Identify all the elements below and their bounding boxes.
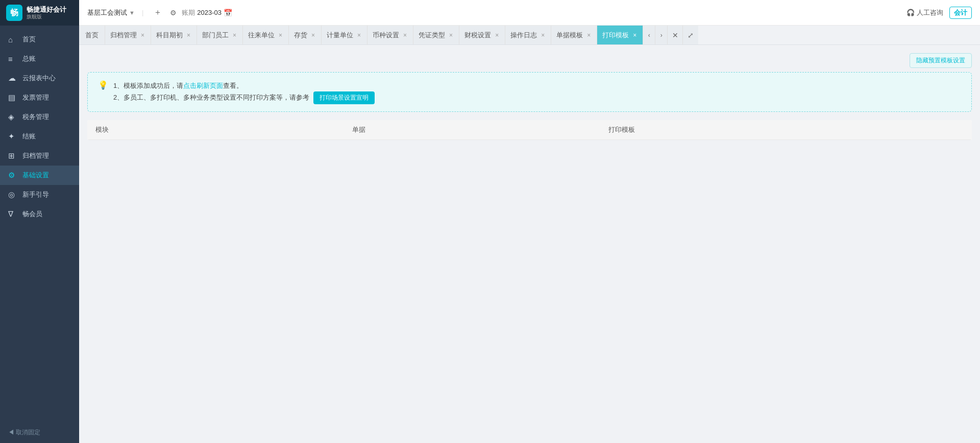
table-header-row: 模块 单据 打印模板 (87, 120, 972, 140)
topbar-separator: | (142, 9, 143, 16)
main-area: 基层工会测试 ▼ | ＋ ⚙ 账期 2023-03 📅 🎧 人工咨询 会计 首页… (79, 0, 980, 443)
sidebar-item-reports[interactable]: ☁ 云报表中心 (0, 68, 79, 88)
period-label: 账期 (182, 8, 195, 17)
print-scene-button[interactable]: 打印场景设置宣明 (313, 91, 375, 104)
tab-tax-settings[interactable]: 财税设置 × (459, 26, 505, 45)
add-tab-button[interactable]: ＋ (151, 6, 165, 19)
topbar: 基层工会测试 ▼ | ＋ ⚙ 账期 2023-03 📅 🎧 人工咨询 会计 (79, 0, 980, 26)
tab-subject-close[interactable]: × (186, 31, 191, 39)
info-box-content: 💡 1、模板添加成功后，请点击刷新页面查看。 2、多员工、多打印机、多种业务类型… (98, 80, 961, 104)
guide-icon: ◎ (8, 190, 18, 199)
tab-department[interactable]: 部门员工 × (197, 26, 243, 45)
tab-currency[interactable]: 币种设置 × (368, 26, 413, 45)
tax-icon: ◈ (8, 112, 18, 122)
tab-archive-close[interactable]: × (140, 31, 145, 39)
home-icon: ⌂ (8, 35, 18, 44)
tab-print-template-label: 打印模板 (602, 31, 629, 40)
col-document: 单据 (344, 120, 601, 140)
period-value: 2023-03 (197, 9, 222, 16)
ledger-icon: ≡ (8, 55, 18, 63)
sidebar-item-invoice[interactable]: ▤ 发票管理 (0, 88, 79, 107)
member-icon: ∇ (8, 209, 18, 219)
tab-operation-log[interactable]: 操作日志 × (505, 26, 551, 45)
tab-unit[interactable]: 计量单位 × (322, 26, 368, 45)
sidebar-item-ledger[interactable]: ≡ 总账 (0, 49, 79, 68)
tab-subject[interactable]: 科目期初 × (151, 26, 197, 45)
sidebar-label-settlement: 结账 (22, 132, 36, 141)
tab-voucher-type[interactable]: 凭证类型 × (413, 26, 459, 45)
sidebar-label-tax: 税务管理 (22, 112, 49, 122)
sidebar-label-ledger: 总账 (22, 54, 36, 63)
sidebar-label-member: 畅会员 (22, 209, 42, 219)
table-header: 模块 单据 打印模板 (87, 120, 972, 140)
tab-home[interactable]: 首页 (79, 26, 105, 45)
tab-tax-settings-label: 财税设置 (464, 31, 491, 40)
sidebar-label-reports: 云报表中心 (22, 74, 56, 83)
company-dropdown-icon: ▼ (129, 10, 135, 16)
tab-supplier-close[interactable]: × (278, 31, 283, 39)
tab-print-template-close[interactable]: × (632, 31, 638, 39)
refresh-link[interactable]: 点击刷新页面 (183, 82, 223, 89)
logo-icon: 畅 (6, 5, 22, 21)
hide-preview-area: 隐藏预置模板设置 (87, 53, 972, 68)
sidebar-item-archive[interactable]: ⊞ 归档管理 (0, 146, 79, 166)
calendar-icon[interactable]: 📅 (224, 9, 232, 17)
period-display: 账期 2023-03 📅 (182, 8, 232, 17)
tab-single-template-close[interactable]: × (586, 31, 592, 39)
tab-single-template[interactable]: 单据模板 × (551, 26, 597, 45)
sidebar-item-guide[interactable]: ◎ 新手引导 (0, 185, 79, 204)
tab-unit-close[interactable]: × (356, 31, 362, 39)
tab-tax-settings-close[interactable]: × (494, 31, 500, 39)
tab-currency-label: 币种设置 (373, 31, 399, 40)
tab-supplier[interactable]: 往来单位 × (243, 26, 289, 45)
tab-supplier-label: 往来单位 (248, 31, 275, 40)
service-label: 人工咨询 (917, 8, 943, 17)
unpin-button[interactable]: ◀ 取消固定 (0, 422, 79, 443)
settlement-icon: ✦ (8, 132, 18, 141)
tab-operation-log-close[interactable]: × (540, 31, 546, 39)
kuaiji-badge[interactable]: 会计 (949, 7, 972, 19)
tab-archive[interactable]: 归档管理 × (105, 26, 151, 45)
headset-icon: 🎧 (906, 9, 915, 16)
tabs-bar: 首页 归档管理 × 科目期初 × 部门员工 × 往来单位 × 存货 × 计量单位… (79, 26, 980, 45)
archive-icon: ⊞ (8, 151, 18, 160)
sidebar-item-settings[interactable]: ⚙ 基础设置 (0, 166, 79, 185)
sidebar-item-member[interactable]: ∇ 畅会员 (0, 204, 79, 224)
settings-icon: ⚙ (8, 171, 18, 180)
tab-archive-label: 归档管理 (110, 31, 137, 40)
info-box: 💡 1、模板添加成功后，请点击刷新页面查看。 2、多员工、多打印机、多种业务类型… (87, 72, 972, 112)
sidebar-item-settlement[interactable]: ✦ 结账 (0, 127, 79, 146)
invoice-icon: ▤ (8, 93, 18, 102)
sidebar-label-invoice: 发票管理 (22, 93, 49, 102)
tab-print-template[interactable]: 打印模板 × (597, 26, 643, 45)
tab-inventory-label: 存货 (294, 31, 307, 40)
tabs-scroll-right[interactable]: › (655, 26, 668, 45)
settings-gear-icon[interactable]: ⚙ (170, 9, 177, 17)
logo-text: 畅捷通好会计 旗舰版 (27, 6, 66, 20)
hide-preview-button[interactable]: 隐藏预置模板设置 (910, 53, 972, 68)
app-sub: 旗舰版 (27, 14, 66, 20)
app-title: 畅捷通好会计 (27, 6, 66, 14)
company-name: 基层工会测试 (87, 8, 127, 17)
reports-icon: ☁ (8, 74, 18, 83)
tab-voucher-type-close[interactable]: × (448, 31, 454, 39)
bulb-icon: 💡 (98, 80, 108, 90)
sidebar-item-home[interactable]: ⌂ 首页 (0, 30, 79, 49)
sidebar-item-tax[interactable]: ◈ 税务管理 (0, 107, 79, 127)
info-line1-suffix: 查看。 (223, 82, 243, 89)
tab-inventory-close[interactable]: × (310, 31, 316, 39)
tabs-scroll-left[interactable]: ‹ (643, 26, 655, 45)
sidebar-label-guide: 新手引导 (22, 190, 49, 199)
tab-inventory[interactable]: 存货 × (289, 26, 322, 45)
topbar-right: 🎧 人工咨询 会计 (906, 7, 972, 19)
expand-button[interactable]: ⤢ (683, 26, 698, 45)
sidebar-label-archive: 归档管理 (22, 151, 49, 160)
tab-home-label: 首页 (85, 31, 99, 40)
close-all-tabs[interactable]: ✕ (668, 26, 683, 45)
service-button[interactable]: 🎧 人工咨询 (906, 8, 943, 17)
info-line1-prefix: 1、模板添加成功后，请 (113, 82, 183, 89)
tab-department-close[interactable]: × (232, 31, 237, 39)
company-selector[interactable]: 基层工会测试 ▼ (87, 8, 135, 17)
tab-currency-close[interactable]: × (402, 31, 408, 39)
sidebar: 畅 畅捷通好会计 旗舰版 ⌂ 首页 ≡ 总账 ☁ 云报表中心 ▤ 发票管理 ◈ … (0, 0, 79, 443)
